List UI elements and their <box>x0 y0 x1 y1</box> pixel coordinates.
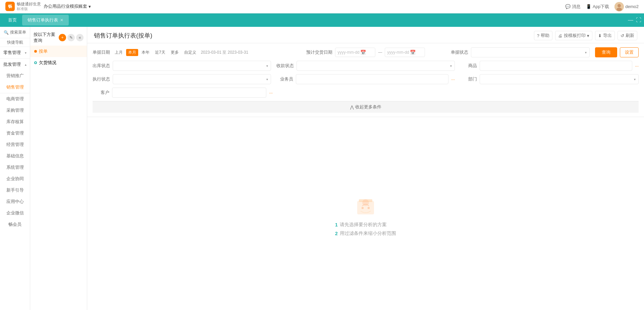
customer-input[interactable] <box>112 88 266 98</box>
status-select[interactable]: ▾ <box>471 47 590 57</box>
sidebar-finance-label: 资金管理 <box>6 131 24 136</box>
dept-group: 部门 ▾ <box>460 74 639 84</box>
status-select-input[interactable] <box>471 49 589 56</box>
add-scheme-button[interactable]: + <box>59 34 66 41</box>
sidebar-item-sales[interactable]: 销售管理 <box>0 82 30 93</box>
receive-status-label: 收款状态 <box>276 63 294 69</box>
tab-sales-exec[interactable]: 销售订单执行表 ✕ <box>22 15 69 25</box>
tab-home[interactable]: 首页 <box>3 15 22 25</box>
product-more-icon[interactable]: ··· <box>635 63 639 68</box>
edit-scheme-button[interactable]: ✎ <box>67 34 75 41</box>
sidebar-item-marketing[interactable]: 营销推广 <box>0 70 30 82</box>
expected-date-end-input[interactable]: yyyy-mm-dd 📅 <box>385 48 425 57</box>
exec-status-select[interactable]: ▾ <box>113 74 271 84</box>
tab-sales-exec-label: 销售订单执行表 <box>28 17 58 23</box>
sidebar-item-wholesale[interactable]: 批发管理 ▴ <box>0 59 30 70</box>
sidebar-sales-label: 销售管理 <box>6 85 24 90</box>
scheme-item-shortage[interactable]: 欠货情况 <box>30 57 87 68</box>
date-label: 单据日期 <box>93 49 110 55</box>
date-tab-more[interactable]: 更多 <box>169 49 181 56</box>
sidebar-quick-nav-label: 快捷导航 <box>7 40 23 45</box>
exec-status-select-input[interactable] <box>113 75 271 83</box>
salesperson-more-icon[interactable]: ··· <box>451 77 455 82</box>
sidebar-quick-nav[interactable]: 快捷导航 <box>0 38 30 47</box>
collapse-filter-label: 收起更多条件 <box>355 104 381 110</box>
sidebar-inventory-label: 库存核算 <box>6 119 24 124</box>
calendar-icon-2: 📅 <box>410 50 416 55</box>
help-label: 帮助 <box>541 33 549 39</box>
sidebar-item-finance[interactable]: 资金管理 <box>0 127 30 139</box>
collapse-chevron-icon: ⋀ <box>350 105 354 110</box>
out-status-select-input[interactable] <box>113 62 271 70</box>
svg-rect-6 <box>362 207 364 209</box>
sidebar-item-newbie[interactable]: 新手引导 <box>0 185 30 196</box>
message-button[interactable]: 💬 消息 <box>565 4 581 10</box>
dept-select-input[interactable] <box>480 75 638 83</box>
scheme-shortage-label: 欠货情况 <box>39 60 56 66</box>
date-tab-last-month[interactable]: 上月 <box>113 49 125 56</box>
message-label: 消息 <box>572 4 581 10</box>
template-print-button[interactable]: 🖨 按模板打印 ▾ <box>555 31 592 40</box>
print-icon: 🖨 <box>558 33 562 38</box>
sidebar-item-wechat[interactable]: 企业微信 <box>0 207 30 219</box>
tab-home-label: 首页 <box>8 17 17 23</box>
empty-state: 1 请先选择要分析的方案 2 用过滤条件来缩小分析范围 <box>87 117 644 310</box>
filter-row-4: 客户 ··· <box>93 88 639 98</box>
salesperson-input[interactable] <box>296 74 448 84</box>
receive-status-select-input[interactable] <box>297 62 454 70</box>
refresh-label: 刷新 <box>626 33 634 39</box>
sidebar-item-system[interactable]: 系统管理 <box>0 162 30 173</box>
date-tab-this-month[interactable]: 本月 <box>126 49 138 56</box>
out-status-group: 出库状态 ▾ <box>93 61 271 71</box>
scheme-single-label: 按单 <box>39 48 48 54</box>
settings-button[interactable]: 设置 <box>620 47 639 57</box>
dept-select[interactable]: ▾ <box>480 74 639 84</box>
sidebar-item-enterprise[interactable]: 企业协同 <box>0 173 30 185</box>
tab-minimize-button[interactable]: — <box>628 17 633 23</box>
user-menu[interactable]: demo2 <box>614 2 639 11</box>
product-input[interactable] <box>480 61 632 71</box>
refresh-button[interactable]: ↺ 刷新 <box>618 31 637 40</box>
sidebar-appstore-label: 应用中心 <box>6 199 24 204</box>
help-button[interactable]: ? 帮助 <box>534 31 552 40</box>
sidebar-group-retail: 零售管理 ▾ <box>0 47 30 59</box>
app-download-button[interactable]: 📱 App下载 <box>586 4 609 10</box>
scheme-item-single[interactable]: 按单 <box>30 46 87 57</box>
sidebar-item-retail[interactable]: 零售管理 ▾ <box>0 47 30 58</box>
empty-text-2: 用过滤条件来缩小分析范围 <box>340 230 396 237</box>
sidebar-retail-arrow-icon: ▾ <box>25 51 26 55</box>
export-button[interactable]: ⬇ 导出 <box>595 31 615 40</box>
collapse-panel-button[interactable]: « <box>76 34 84 41</box>
customer-more-icon[interactable]: ··· <box>269 90 273 95</box>
sidebar-retail-label: 零售管理 <box>3 50 21 56</box>
date-tab-this-year[interactable]: 本年 <box>140 49 152 56</box>
logo-area: 畅 畅捷通好生意 标准版 <box>5 2 41 11</box>
top-bar-right: 💬 消息 📱 App下载 demo2 <box>565 2 639 11</box>
svg-rect-7 <box>368 207 370 209</box>
sidebar-item-appstore[interactable]: 应用中心 <box>0 196 30 207</box>
out-status-select[interactable]: ▾ <box>113 61 271 71</box>
date-tab-custom[interactable]: 自定义 <box>182 49 198 56</box>
dept-label: 部门 <box>460 76 477 82</box>
sidebar-item-member[interactable]: 畅会员 <box>0 219 30 230</box>
salesperson-group: 业务员 ··· <box>276 74 455 84</box>
sidebar-item-operation[interactable]: 经营管理 <box>0 139 30 150</box>
sidebar-item-inventory[interactable]: 库存核算 <box>0 116 30 127</box>
date-tab-7days[interactable]: 近7天 <box>153 49 167 56</box>
expected-date-start-input[interactable]: yyyy-mm-dd 📅 <box>335 48 375 57</box>
sidebar-item-basic[interactable]: 基础信息 <box>0 150 30 162</box>
tab-expand-button[interactable]: ⛶ <box>636 17 641 23</box>
sidebar: 🔍 搜索菜单 快捷导航 零售管理 ▾ 批发管理 ▴ 营销推广 销售管理 电 <box>0 27 30 310</box>
salesperson-label: 业务员 <box>276 76 293 82</box>
sidebar-item-ecommerce[interactable]: 电商管理 <box>0 93 30 105</box>
expected-date-label: 预计交货日期 <box>306 49 332 55</box>
sidebar-item-purchase[interactable]: 采购管理 <box>0 105 30 116</box>
logo-sub-text: 标准版 <box>17 6 41 11</box>
tab-close-icon[interactable]: ✕ <box>60 18 63 22</box>
empty-text-group: 1 请先选择要分析的方案 2 用过滤条件来缩小分析范围 <box>335 222 396 237</box>
tab-bar-actions: — ⛶ <box>628 17 641 23</box>
sidebar-search[interactable]: 🔍 搜索菜单 <box>0 27 30 38</box>
query-button[interactable]: 查询 <box>595 47 617 57</box>
receive-status-select[interactable]: ▾ <box>297 61 455 71</box>
collapse-filter-button[interactable]: ⋀ 收起更多条件 <box>93 101 639 113</box>
